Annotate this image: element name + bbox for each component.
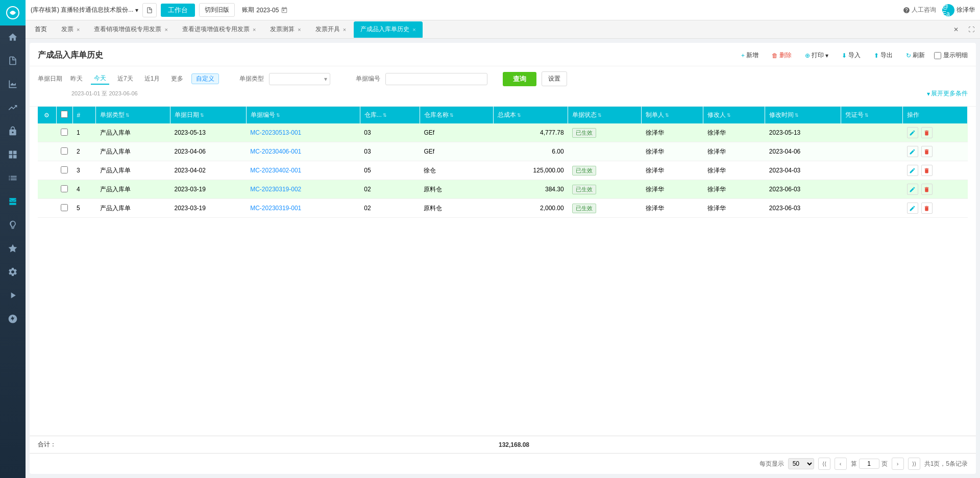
refresh-button[interactable]: ↻ 刷新 <box>902 49 929 62</box>
row-edit-btn[interactable] <box>907 146 918 157</box>
cell-number[interactable]: MC-20230319-001 <box>246 199 360 218</box>
row-checkbox-2[interactable] <box>61 166 68 173</box>
col-warehouse-code[interactable]: 仓库...⇅ <box>360 107 420 123</box>
new-button[interactable]: + 新增 <box>737 49 763 62</box>
col-type[interactable]: 单据类型⇅ <box>96 107 170 123</box>
sidebar-item-analytics[interactable] <box>0 96 26 119</box>
sidebar-item-list[interactable] <box>0 166 26 190</box>
cell-number[interactable]: MC-20230402-001 <box>246 161 360 180</box>
cell-checkbox[interactable] <box>56 199 72 218</box>
row-edit-btn[interactable] <box>907 165 918 176</box>
cell-number[interactable]: MC-20230513-001 <box>246 123 360 142</box>
expand-conditions-btn[interactable]: ▾ 展开更多条件 <box>927 89 968 98</box>
page-input[interactable] <box>859 459 879 469</box>
filter-today[interactable]: 今天 <box>91 73 109 85</box>
document-icon-btn[interactable] <box>142 3 157 17</box>
cell-checkbox[interactable] <box>56 123 72 142</box>
sidebar-item-gear[interactable] <box>0 260 26 284</box>
show-detail-checkbox[interactable] <box>934 52 941 59</box>
col-modify-time[interactable]: 修改时间⇅ <box>765 107 841 123</box>
first-page-btn[interactable]: ⟨⟨ <box>818 458 830 470</box>
sidebar-item-lock[interactable] <box>0 119 26 143</box>
sidebar-item-settings2[interactable] <box>0 237 26 260</box>
doc-number-link[interactable]: MC-20230513-001 <box>250 129 301 136</box>
import-button[interactable]: ⬇ 导入 <box>838 49 865 62</box>
col-settings[interactable]: ⚙ <box>38 107 56 123</box>
cell-checkbox[interactable] <box>56 142 72 161</box>
col-voucher[interactable]: 凭证号⇅ <box>841 107 903 123</box>
tab-home[interactable]: 首页 <box>28 21 54 38</box>
next-page-btn[interactable]: › <box>892 458 904 470</box>
tab-invoice-open-close[interactable]: × <box>343 27 346 33</box>
prev-page-btn[interactable]: ‹ <box>835 458 847 470</box>
type-filter-select[interactable]: 产品入库单 <box>269 73 330 85</box>
cell-number[interactable]: MC-20230406-001 <box>246 142 360 161</box>
row-checkbox-4[interactable] <box>61 204 68 211</box>
sidebar-item-version[interactable] <box>0 307 26 331</box>
row-delete-btn[interactable] <box>921 165 933 176</box>
export-button[interactable]: ⬆ 导出 <box>870 49 897 62</box>
row-delete-btn[interactable] <box>921 146 933 157</box>
tab-purchase-vat-close[interactable]: × <box>253 27 256 33</box>
row-delete-btn[interactable] <box>921 127 933 138</box>
tab-product-history-close[interactable]: × <box>412 27 415 33</box>
tab-invoice-open[interactable]: 发票开具 × <box>309 21 353 38</box>
filter-last1m[interactable]: 近1月 <box>141 73 163 84</box>
tab-invoices-close[interactable]: × <box>77 27 80 33</box>
col-status[interactable]: 单据状态⇅ <box>568 107 642 123</box>
sidebar-item-stamp[interactable] <box>0 213 26 237</box>
cell-number[interactable]: MC-20230319-002 <box>246 180 360 199</box>
workbench-button[interactable]: 工作台 <box>161 4 195 17</box>
row-checkbox-1[interactable] <box>61 147 68 155</box>
col-modifier[interactable]: 修改人⇅ <box>703 107 765 123</box>
maximize-btn[interactable]: ⛶ <box>965 23 977 36</box>
close-all-btn[interactable]: ✕ <box>950 23 962 36</box>
tab-purchase-vat[interactable]: 查看进项增值税专用发票 × <box>176 21 262 38</box>
row-edit-btn[interactable] <box>907 127 918 138</box>
tab-sales-vat[interactable]: 查看销项增值税专用发票 × <box>87 21 174 38</box>
row-checkbox-0[interactable] <box>61 129 68 136</box>
show-detail-toggle[interactable]: 显示明细 <box>934 51 968 60</box>
doc-number-link[interactable]: MC-20230319-001 <box>250 205 301 212</box>
switch-button[interactable]: 切到旧版 <box>199 3 235 17</box>
row-edit-btn[interactable] <box>907 203 918 214</box>
last-page-btn[interactable]: ⟩⟩ <box>908 458 920 470</box>
tab-invoice-calc-close[interactable]: × <box>298 27 301 33</box>
col-date[interactable]: 单据日期⇅ <box>170 107 247 123</box>
print-button[interactable]: ⊕ 打印 ▾ <box>801 49 832 62</box>
search-button[interactable]: 查询 <box>503 72 536 86</box>
col-total-cost[interactable]: 总成本⇅ <box>494 107 568 123</box>
select-all-checkbox[interactable] <box>61 111 68 118</box>
sidebar-item-grid[interactable] <box>0 143 26 166</box>
row-edit-btn[interactable] <box>907 184 918 195</box>
cell-checkbox[interactable] <box>56 161 72 180</box>
sidebar-item-doc[interactable] <box>0 49 26 72</box>
tab-invoices[interactable]: 发票 × <box>55 21 86 38</box>
doc-number-link[interactable]: MC-20230406-001 <box>250 148 301 155</box>
doc-number-link[interactable]: MC-20230319-002 <box>250 186 301 193</box>
tab-invoice-calc[interactable]: 发票测算 × <box>263 21 307 38</box>
tab-product-history[interactable]: 产成品入库单历史 × <box>354 21 422 38</box>
tab-sales-vat-close[interactable]: × <box>164 27 167 33</box>
sidebar-item-home[interactable] <box>0 26 26 49</box>
col-warehouse-name[interactable]: 仓库名称⇅ <box>420 107 493 123</box>
company-selector[interactable]: (库存核算) 直播轻抟通信息技术股份... ▾ <box>31 6 138 14</box>
doc-number-link[interactable]: MC-20230402-001 <box>250 167 301 174</box>
user-menu[interactable]: @ Ea 徐泽华 <box>942 4 975 16</box>
filter-more[interactable]: 更多 <box>168 73 186 84</box>
sidebar-item-play[interactable] <box>0 284 26 307</box>
sidebar-item-inventory[interactable] <box>0 190 26 213</box>
setting-button[interactable]: 设置 <box>542 71 567 86</box>
filter-yesterday[interactable]: 昨天 <box>67 73 86 84</box>
cell-checkbox[interactable] <box>56 180 72 199</box>
col-creator[interactable]: 制单人⇅ <box>642 107 703 123</box>
row-checkbox-3[interactable] <box>61 185 68 192</box>
service-button[interactable]: 人工咨询 <box>903 6 936 14</box>
number-filter-input[interactable] <box>385 73 487 85</box>
filter-last7[interactable]: 近7天 <box>114 73 136 84</box>
row-delete-btn[interactable] <box>921 184 933 195</box>
col-number[interactable]: 单据编号⇅ <box>246 107 360 123</box>
per-page-select[interactable]: 50 10 20 100 <box>788 458 814 469</box>
sidebar-item-chart[interactable] <box>0 72 26 96</box>
row-delete-btn[interactable] <box>921 203 933 214</box>
